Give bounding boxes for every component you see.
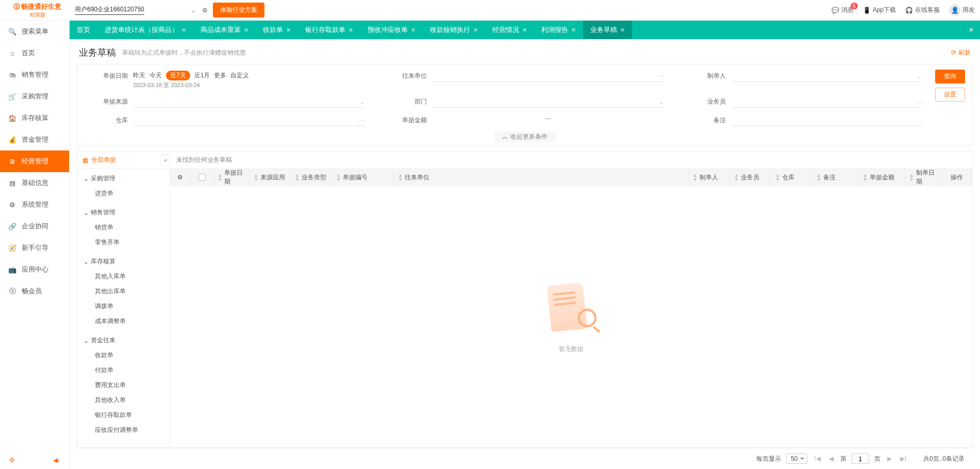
tree-leaf-其他入库单[interactable]: 其他入库单 xyxy=(77,269,170,284)
tab-首页[interactable]: 首页 xyxy=(70,21,97,39)
collapse-tree-button[interactable]: « xyxy=(161,155,170,166)
sidebar-item-搜索菜单[interactable]: 🔍搜索菜单 xyxy=(0,21,69,42)
first-page-button[interactable]: I◀ xyxy=(812,455,822,462)
tab-银行存取款单[interactable]: 银行存取款单✕ xyxy=(298,21,360,39)
support-button[interactable]: 🎧 在线客服 xyxy=(905,6,940,14)
collapse-filters-button[interactable]: ︽收起更多条件 xyxy=(87,128,963,145)
filter-settings-button[interactable]: 设置 xyxy=(935,88,965,102)
partner-input[interactable]: ⋯ xyxy=(432,71,664,82)
promo-button[interactable]: 体验行业方案 xyxy=(213,3,264,18)
column-业务员[interactable]: ▲▼业务员 xyxy=(730,169,771,186)
last-page-button[interactable]: ▶I xyxy=(899,455,908,462)
date-option-昨天[interactable]: 昨天 xyxy=(133,71,145,80)
remark-input[interactable] xyxy=(731,115,922,126)
gear-icon[interactable]: ⚙ xyxy=(202,7,208,14)
tree-leaf-调拨单[interactable]: 调拨单 xyxy=(77,299,170,314)
close-icon[interactable]: ✕ xyxy=(181,27,186,34)
tree-leaf-收款单[interactable]: 收款单 xyxy=(77,348,170,363)
tab-商品成本重算[interactable]: 商品成本重算✕ xyxy=(193,21,256,39)
tree-leaf-费用支出单[interactable]: 费用支出单 xyxy=(77,378,170,393)
tree-leaf-成本调整单[interactable]: 成本调整单 xyxy=(77,314,170,329)
chevron-down-icon: ⌄ xyxy=(659,98,664,106)
sidebar-item-应用中心[interactable]: 📺应用中心 xyxy=(0,259,69,280)
sidebar-item-库存核算[interactable]: 🏠库存核算 xyxy=(0,107,69,129)
column-制单日期[interactable]: ▲▼制单日期 xyxy=(905,169,941,186)
tree-leaf-零售开单[interactable]: 零售开单 xyxy=(77,235,170,250)
sidebar-item-采购管理[interactable]: 🛒采购管理 xyxy=(0,86,69,107)
sidebar-item-基础信息[interactable]: ▤基础信息 xyxy=(0,172,69,194)
sidebar-item-系统管理[interactable]: ⚙系统管理 xyxy=(0,194,69,215)
close-icon[interactable]: ✕ xyxy=(348,27,353,34)
messages-button[interactable]: 💬 消息 6 xyxy=(832,6,854,14)
close-icon[interactable]: ✕ xyxy=(244,27,248,34)
close-icon[interactable]: ✕ xyxy=(411,27,416,34)
per-page-select[interactable]: 50 xyxy=(786,454,807,464)
biz-input[interactable]: ⋯ xyxy=(731,96,922,108)
column-单据日期[interactable]: ▲▼单据日期 xyxy=(213,169,250,186)
column-备注[interactable]: ▲▼备注 xyxy=(812,169,859,186)
sidebar-item-销售管理[interactable]: 🛍销售管理 xyxy=(0,64,69,86)
page-input[interactable] xyxy=(852,454,869,464)
column-往来单位[interactable]: ▲▼往来单位 xyxy=(394,169,689,186)
column-业务类型[interactable]: ▲▼业务类型 xyxy=(291,169,332,186)
tree-leaf-进货单[interactable]: 进货单 xyxy=(77,186,170,201)
tab-经营情况[interactable]: 经营情况✕ xyxy=(485,21,534,39)
tree-leaf-付款单[interactable]: 付款单 xyxy=(77,363,170,378)
tree-leaf-银行存取款单[interactable]: 银行存取款单 xyxy=(77,408,170,423)
tab-进货单统计表（按商品）[interactable]: 进货单统计表（按商品）✕ xyxy=(97,21,193,39)
creator-input[interactable]: ⌄ xyxy=(731,71,922,82)
settings-icon[interactable]: ⚙ xyxy=(9,457,15,464)
close-all-tabs-button[interactable]: ✕ xyxy=(962,21,980,39)
warehouse-input[interactable]: ⋯ xyxy=(133,115,365,126)
query-button[interactable]: 查询 xyxy=(935,70,965,83)
sidebar-item-首页[interactable]: ⌂首页 xyxy=(0,42,69,64)
tree-leaf-销货单[interactable]: 销货单 xyxy=(77,220,170,235)
user-menu[interactable]: 👤 用友 xyxy=(949,5,975,16)
tab-利润报告[interactable]: 利润报告✕ xyxy=(534,21,583,39)
tree-group-库存核算[interactable]: ⌄库存核算 xyxy=(77,254,170,269)
prev-page-button[interactable]: ◀ xyxy=(827,455,835,462)
tenant-name: 用户690企业1660120750 xyxy=(75,5,144,15)
date-option-更多[interactable]: 更多 xyxy=(214,71,226,80)
tree-group-采购管理[interactable]: ⌄采购管理 xyxy=(77,171,170,186)
tenant-select[interactable]: 用户690企业1660120750 ⌄ xyxy=(75,5,202,15)
select-all-checkbox[interactable] xyxy=(191,169,213,186)
tab-收款核销执行[interactable]: 收款核销执行✕ xyxy=(423,21,485,39)
tree-group-资金往来[interactable]: ⌄资金往来 xyxy=(77,333,170,348)
date-option-近7天[interactable]: 近7天 xyxy=(166,71,190,80)
close-icon[interactable]: ✕ xyxy=(473,27,478,34)
sidebar-item-资金管理[interactable]: 💰资金管理 xyxy=(0,129,69,150)
dept-input[interactable]: ⌄ xyxy=(432,96,664,108)
column-settings-button[interactable]: ⚙ xyxy=(170,169,191,186)
sidebar-item-经营管理[interactable]: 🗎经营管理 xyxy=(0,150,69,172)
sidebar-item-企业协同[interactable]: 🔗企业协同 xyxy=(0,215,69,237)
app-download-button[interactable]: 📱 App下载 xyxy=(863,6,896,14)
column-操作[interactable]: 操作 xyxy=(941,169,972,186)
column-单据金额[interactable]: ▲▼单据金额 xyxy=(859,169,905,186)
close-icon[interactable]: ✕ xyxy=(620,27,625,34)
collapse-sidebar-icon[interactable]: ◀› xyxy=(53,457,60,464)
tab-收款单[interactable]: 收款单✕ xyxy=(256,21,298,39)
date-option-今天[interactable]: 今天 xyxy=(150,71,162,80)
tab-预收冲应收单[interactable]: 预收冲应收单✕ xyxy=(360,21,423,39)
refresh-button[interactable]: ⟳ 刷新 xyxy=(951,48,971,57)
tree-leaf-其他出库单[interactable]: 其他出库单 xyxy=(77,284,170,299)
sidebar-item-新手引导[interactable]: 🧭新手引导 xyxy=(0,237,69,259)
filter-date-label: 单据日期 xyxy=(87,71,133,80)
sidebar-item-畅会员[interactable]: Ⓥ畅会员 xyxy=(0,280,69,302)
column-来源应用[interactable]: ▲▼来源应用 xyxy=(250,169,291,186)
date-option-自定义[interactable]: 自定义 xyxy=(230,71,249,80)
column-制单人[interactable]: ▲▼制单人 xyxy=(689,169,730,186)
tree-group-销售管理[interactable]: ⌄销售管理 xyxy=(77,205,170,220)
tab-业务草稿[interactable]: 业务草稿✕ xyxy=(583,21,632,39)
source-input[interactable]: ⌄ xyxy=(133,96,365,108)
close-icon[interactable]: ✕ xyxy=(571,27,576,34)
next-page-button[interactable]: ▶ xyxy=(886,455,893,462)
close-icon[interactable]: ✕ xyxy=(522,27,527,34)
tree-leaf-其他收入单[interactable]: 其他收入单 xyxy=(77,393,170,408)
tree-leaf-应收应付调整单[interactable]: 应收应付调整单 xyxy=(77,423,170,438)
date-option-近1月[interactable]: 近1月 xyxy=(194,71,210,80)
column-单据编号[interactable]: ▲▼单据编号 xyxy=(332,169,394,186)
column-仓库[interactable]: ▲▼仓库 xyxy=(771,169,812,186)
close-icon[interactable]: ✕ xyxy=(286,27,291,34)
